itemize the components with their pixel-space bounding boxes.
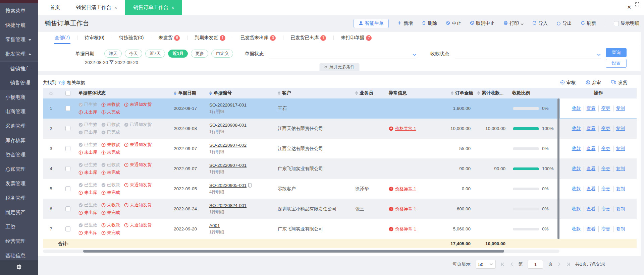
last-page-icon[interactable] bbox=[566, 262, 570, 266]
filter-tab[interactable]: 未打印单据7 bbox=[333, 32, 379, 44]
show-detail-checkbox[interactable] bbox=[614, 21, 619, 26]
filter-tab[interactable]: 全部(7) bbox=[47, 32, 77, 44]
date-pill[interactable]: 近1月 bbox=[168, 50, 188, 58]
prev-page-icon[interactable] bbox=[510, 262, 513, 266]
order-no-link[interactable]: SO-20220824-001 bbox=[209, 203, 247, 208]
table-row[interactable]: 2已生效已收款已通知发货已出库已完成2022-09-08SO-20220908-… bbox=[43, 119, 637, 139]
sidebar-item[interactable]: 电商管理 bbox=[0, 105, 38, 119]
header-received[interactable]: 累计收款... bbox=[475, 90, 510, 96]
sidebar-item[interactable]: 经营管理 bbox=[0, 234, 38, 249]
tab-首页[interactable]: 首页 bbox=[42, 0, 68, 15]
sort-icon[interactable] bbox=[355, 91, 358, 95]
abort-button[interactable]: 中止 bbox=[446, 20, 461, 26]
expand-more-conditions[interactable]: 展开更多条件 bbox=[319, 63, 359, 71]
view-link[interactable]: 查看 bbox=[584, 126, 598, 132]
cancel-abort-button[interactable]: 取消中止 bbox=[470, 20, 495, 26]
doc-status-select[interactable] bbox=[269, 49, 416, 59]
change-link[interactable]: 变更 bbox=[598, 106, 613, 112]
order-no-link[interactable]: SO-20220908-001 bbox=[209, 123, 247, 128]
change-link[interactable]: 变更 bbox=[598, 186, 613, 192]
date-pill[interactable]: 近7天 bbox=[145, 50, 165, 58]
expand-icon[interactable] bbox=[635, 2, 639, 8]
refresh-button[interactable]: 刷新 bbox=[581, 20, 596, 26]
price-exception-link[interactable]: 价格异常 1 bbox=[395, 206, 416, 212]
sidebar-item[interactable]: 零售管理 bbox=[0, 32, 38, 47]
copy-link[interactable]: 复制 bbox=[613, 166, 628, 172]
receive-payment-link[interactable]: 收款 bbox=[569, 126, 584, 132]
add-button[interactable]: 新增 bbox=[397, 20, 413, 26]
row-checkbox[interactable] bbox=[65, 106, 70, 111]
copy-link[interactable]: 复制 bbox=[613, 186, 628, 192]
copy-link[interactable]: 复制 bbox=[613, 106, 628, 112]
vertical-scrollbar[interactable] bbox=[557, 98, 559, 239]
change-link[interactable]: 变更 bbox=[598, 166, 613, 172]
column-settings-button[interactable] bbox=[43, 91, 59, 95]
header-amount[interactable]: 订单金额 bbox=[440, 90, 475, 96]
next-page-icon[interactable] bbox=[558, 262, 561, 266]
sidebar-item[interactable]: 搜索菜单 bbox=[0, 4, 38, 18]
sidebar-item[interactable]: 采购管理 bbox=[0, 119, 38, 133]
sort-icon[interactable] bbox=[174, 91, 176, 95]
order-no-link[interactable]: A001 bbox=[209, 223, 220, 228]
row-checkbox[interactable] bbox=[65, 146, 70, 151]
row-checkbox[interactable] bbox=[65, 166, 70, 171]
filter-tab[interactable]: 待审核(0) bbox=[77, 32, 112, 44]
sidebar-item[interactable]: 固定资产 bbox=[0, 205, 38, 220]
view-link[interactable]: 查看 bbox=[584, 166, 598, 172]
filter-tab[interactable]: 已发货已出库1 bbox=[283, 32, 333, 44]
row-checkbox[interactable] bbox=[65, 226, 70, 231]
change-link[interactable]: 变更 bbox=[598, 206, 613, 212]
view-link[interactable]: 查看 bbox=[584, 146, 598, 152]
header-date[interactable]: 单据日期 bbox=[172, 90, 207, 96]
price-exception-link[interactable]: 价格异常 1 bbox=[395, 226, 416, 232]
first-page-icon[interactable] bbox=[501, 262, 505, 266]
sort-icon[interactable] bbox=[451, 91, 453, 95]
filter-tab[interactable]: 到期未发货1 bbox=[187, 32, 233, 44]
order-no-link[interactable]: SO-20220917-001 bbox=[209, 102, 247, 108]
sidebar-item[interactable]: 资金管理 bbox=[0, 148, 38, 162]
sidebar-item[interactable]: 销售管理 bbox=[0, 76, 38, 90]
sidebar-item[interactable]: 基础信息 bbox=[0, 249, 38, 260]
receive-payment-link[interactable]: 收款 bbox=[569, 146, 584, 152]
row-checkbox[interactable] bbox=[65, 206, 70, 211]
receive-payment-link[interactable]: 收款 bbox=[569, 106, 584, 112]
change-link[interactable]: 变更 bbox=[598, 146, 613, 152]
date-pill[interactable]: 今天 bbox=[125, 50, 142, 58]
header-salesman[interactable]: 业务员 bbox=[353, 90, 387, 96]
copy-link[interactable]: 复制 bbox=[613, 126, 628, 132]
sidebar-item[interactable]: 税务管理 bbox=[0, 191, 38, 205]
row-checkbox[interactable] bbox=[65, 186, 70, 191]
change-link[interactable]: 变更 bbox=[598, 126, 613, 132]
header-customer[interactable]: 客户 bbox=[276, 90, 353, 96]
table-row[interactable]: 4已生效已收款未通知发货未出库未完成2022-09-07SO-20220907-… bbox=[43, 159, 637, 179]
copy-link[interactable]: 复制 bbox=[613, 226, 628, 232]
receive-payment-link[interactable]: 收款 bbox=[569, 206, 584, 212]
date-range-value[interactable]: 2022-08-20 至 2022-09-20 bbox=[85, 60, 138, 66]
per-page-select[interactable]: 50 bbox=[476, 260, 496, 269]
horizontal-scrollbar[interactable] bbox=[83, 250, 504, 253]
filter-tab[interactable]: 已发货未出库0 bbox=[233, 32, 283, 44]
table-row[interactable]: 7已生效未收款未通知发货未出库未完成2022-09-20A0011行明细广东飞翔… bbox=[43, 219, 637, 239]
table-row[interactable]: 5已生效已收款未通知发货未出库未完成2022-09-05SO-20220905-… bbox=[43, 179, 637, 199]
row-checkbox[interactable] bbox=[65, 126, 70, 131]
sidebar-item[interactable]: 工资 bbox=[0, 220, 38, 234]
date-pill[interactable]: 昨天 bbox=[104, 50, 122, 58]
copy-link[interactable]: 复制 bbox=[613, 206, 628, 212]
close-tab-icon[interactable]: × bbox=[114, 5, 117, 10]
close-tab-icon[interactable]: × bbox=[171, 5, 174, 10]
filter-tab[interactable]: 未发货6 bbox=[151, 32, 187, 44]
sort-icon[interactable] bbox=[209, 91, 212, 95]
settings-button[interactable]: 设置 bbox=[606, 59, 627, 68]
copy-link[interactable]: 复制 bbox=[613, 146, 628, 152]
receive-payment-link[interactable]: 收款 bbox=[569, 186, 584, 192]
smart-generate-button[interactable]: 智能生单 bbox=[354, 19, 389, 28]
export-button[interactable]: 导出 bbox=[556, 20, 572, 26]
order-no-link[interactable]: SO-20220905-001 bbox=[209, 183, 247, 188]
sidebar-item[interactable]: 批发管理 bbox=[0, 47, 38, 61]
view-link[interactable]: 查看 bbox=[584, 186, 598, 192]
audit-button[interactable]: 审核 bbox=[560, 80, 576, 86]
sidebar-item[interactable]: 营销推广 bbox=[0, 61, 38, 76]
unaudit-button[interactable]: 弃审 bbox=[586, 80, 601, 86]
sort-icon[interactable] bbox=[278, 91, 280, 95]
filter-tab[interactable]: 待拣验货(0) bbox=[112, 32, 151, 44]
